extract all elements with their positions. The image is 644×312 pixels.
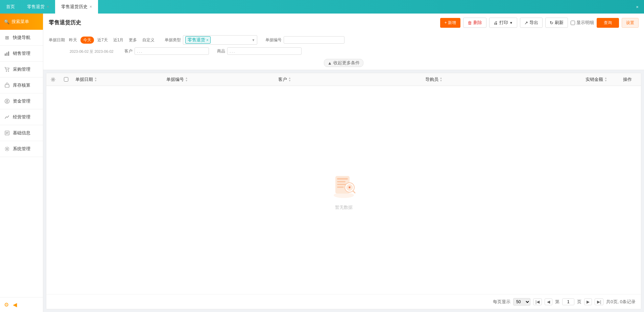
first-page-btn[interactable]: |◀ <box>533 298 542 305</box>
th-settings[interactable] <box>46 77 60 82</box>
page-label: 第 <box>555 299 559 305</box>
empty-text: 暂无数据 <box>335 204 353 210</box>
th-guide-label: 导购员 <box>425 76 438 83</box>
tab-home[interactable]: 首页 <box>0 0 21 14</box>
type-tag: 零售退货 × <box>185 36 211 44</box>
svg-rect-14 <box>337 184 347 185</box>
type-select[interactable]: 零售退货 × ▼ <box>183 35 257 45</box>
th-amount[interactable]: 实销金额 ▲ ▼ <box>534 76 614 83</box>
sidebar-item-sales[interactable]: 销售管理 <box>0 46 43 62</box>
last-page-btn[interactable]: ▶| <box>595 298 603 305</box>
export-label: 导出 <box>529 20 538 26</box>
sidebar: 🔍 搜索菜单 ⊞ 快捷导航 销售管理 采购管理 库存核算 <box>0 14 43 312</box>
date-yesterday-btn[interactable]: 昨天 <box>67 37 79 44</box>
sidebar-item-purchase[interactable]: 采购管理 <box>0 62 43 77</box>
th-guide[interactable]: 导购员 ▲ ▼ <box>422 76 534 83</box>
customer-select[interactable]: ... <box>135 47 209 55</box>
svg-point-4 <box>8 71 9 72</box>
svg-rect-0 <box>5 53 6 56</box>
svg-rect-15 <box>337 186 344 188</box>
sidebar-item-inventory[interactable]: 库存核算 <box>0 77 43 93</box>
date-custom-btn[interactable]: 自定义 <box>140 37 157 44</box>
select-all-checkbox[interactable] <box>64 77 68 82</box>
goods-select[interactable]: ... <box>227 47 302 55</box>
date-more-btn[interactable]: 更多 <box>127 37 139 44</box>
per-page-select[interactable]: 50 10 20 100 <box>513 298 530 306</box>
sidebar-search[interactable]: 🔍 搜索菜单 <box>0 14 43 30</box>
tab-retail-return-close[interactable]: × <box>47 4 49 9</box>
sidebar-item-basic-info[interactable]: 基础信息 <box>0 125 43 141</box>
page-header: 零售退货历史 + 新增 🗑 删除 🖨 打印 ▼ ↗ 导出 <box>43 14 644 70</box>
refresh-button[interactable]: ↻ 刷新 <box>545 18 568 28</box>
sidebar-item-quick-nav-label: 快捷导航 <box>13 35 30 41</box>
empty-icon <box>329 170 359 200</box>
page-input[interactable] <box>562 298 574 305</box>
page-title: 零售退货历史 <box>49 19 81 26</box>
settings-bottom-icon[interactable]: ⚙ <box>4 302 9 308</box>
sidebar-item-finance-label: 资金管理 <box>13 98 30 104</box>
window-close-button[interactable]: × <box>630 0 644 14</box>
customer-ellipsis: ... <box>137 48 143 54</box>
sidebar-item-operation[interactable]: 经营管理 <box>0 109 43 125</box>
th-checkbox[interactable] <box>60 77 72 82</box>
filter-docno: 单据编号 <box>265 36 344 44</box>
goods-ellipsis: ... <box>230 48 236 54</box>
filter-type: 单据类型 零售退货 × ▼ <box>165 35 257 45</box>
print-dropdown-icon: ▼ <box>509 21 513 25</box>
svg-rect-5 <box>5 85 9 87</box>
type-tag-remove[interactable]: × <box>206 38 208 42</box>
topbar: 首页 零售退货 × 零售退货历史 × × <box>0 0 644 14</box>
collapse-sidebar-icon[interactable]: ◀ <box>13 302 17 308</box>
table-area: 单据日期 ▲ ▼ 单据编号 ▲ ▼ 客户 ▲ <box>46 73 641 309</box>
refresh-label: 刷新 <box>555 20 564 26</box>
sidebar-item-finance[interactable]: 资金管理 <box>0 93 43 109</box>
th-action-label: 操作 <box>623 76 632 83</box>
content-area: 零售退货历史 + 新增 🗑 删除 🖨 打印 ▼ ↗ 导出 <box>43 14 644 312</box>
tab-retail-return-history[interactable]: 零售退货历史 × <box>55 0 98 14</box>
close-icon: × <box>636 4 639 9</box>
settings-button[interactable]: 设置 <box>622 18 639 28</box>
purchase-icon <box>4 66 10 72</box>
next-page-btn[interactable]: ▶ <box>584 298 592 305</box>
empty-state: 暂无数据 <box>46 86 641 294</box>
show-detail-checkbox-label: 显示明细 <box>571 20 594 26</box>
total-label: 共0页, 0条记录 <box>606 299 636 305</box>
docno-input[interactable] <box>284 36 344 44</box>
delete-button[interactable]: 🗑 删除 <box>463 18 486 28</box>
tab-retail-return-label: 零售退货 <box>27 4 45 10</box>
sidebar-search-label: 搜索菜单 <box>11 19 29 25</box>
operation-icon <box>4 114 10 120</box>
tab-retail-return[interactable]: 零售退货 × <box>21 0 55 14</box>
toolbar-buttons: + 新增 🗑 删除 🖨 打印 ▼ ↗ 导出 ↻ <box>440 18 639 28</box>
page-unit: 页 <box>577 299 581 305</box>
collapse-button[interactable]: ▲ 收起更多条件 <box>324 59 363 67</box>
date-1month-btn[interactable]: 近1月 <box>111 37 126 44</box>
sidebar-item-system[interactable]: 系统管理 <box>0 141 43 157</box>
add-button[interactable]: + 新增 <box>440 18 460 28</box>
table-header: 单据日期 ▲ ▼ 单据编号 ▲ ▼ 客户 ▲ <box>46 73 641 86</box>
query-button[interactable]: 查询 <box>597 18 619 28</box>
tab-retail-return-history-close[interactable]: × <box>90 4 92 9</box>
filter-goods: 商品 ... <box>217 47 302 55</box>
sidebar-item-purchase-label: 采购管理 <box>13 66 30 72</box>
print-button[interactable]: 🖨 打印 ▼ <box>489 18 517 28</box>
print-icon: 🖨 <box>494 20 498 25</box>
date-7days-btn[interactable]: 近7天 <box>95 37 110 44</box>
sidebar-item-quick-nav[interactable]: ⊞ 快捷导航 <box>0 30 43 46</box>
show-detail-checkbox[interactable] <box>571 21 575 25</box>
th-date[interactable]: 单据日期 ▲ ▼ <box>72 76 163 83</box>
date-today-btn[interactable]: 今天 <box>80 37 94 44</box>
sidebar-bottom: ⚙ ◀ <box>0 297 43 312</box>
delete-icon: 🗑 <box>468 20 472 25</box>
sidebar-item-operation-label: 经营管理 <box>13 114 30 120</box>
sidebar-item-inventory-label: 库存核算 <box>13 82 30 88</box>
svg-point-8 <box>6 148 8 150</box>
export-button[interactable]: ↗ 导出 <box>520 18 543 28</box>
goods-filter-label: 商品 <box>217 48 225 54</box>
th-customer[interactable]: 客户 ▲ ▼ <box>275 76 422 83</box>
amount-sort-arrows: ▲ ▼ <box>604 77 607 82</box>
th-no[interactable]: 单据编号 ▲ ▼ <box>163 76 275 83</box>
guide-sort-arrows: ▲ ▼ <box>440 77 443 82</box>
prev-page-btn[interactable]: ◀ <box>545 298 552 305</box>
docno-filter-label: 单据编号 <box>265 37 282 43</box>
